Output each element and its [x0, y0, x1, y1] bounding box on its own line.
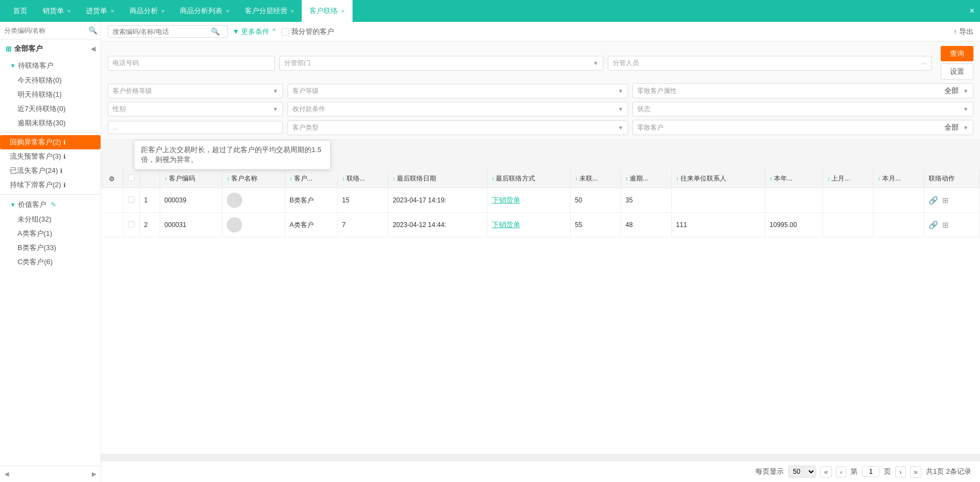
- col-gear[interactable]: ⚙: [101, 170, 123, 188]
- data-table-container[interactable]: ⚙ 客户编码 客户名称 客户... 联络... 最后联络日期 最后联络方式 未联…: [101, 170, 980, 454]
- col-type[interactable]: 客户...: [285, 170, 337, 188]
- col-last-method[interactable]: 最后联络方式: [487, 170, 570, 188]
- my-customer-checkbox[interactable]: [281, 28, 289, 36]
- avatar-2: [227, 217, 242, 233]
- more-conditions-btn[interactable]: ▼ 更多条件 ⌃: [232, 27, 277, 37]
- branch-dept-field[interactable]: 分管部门 ▼: [279, 56, 603, 71]
- last-page-btn[interactable]: »: [910, 466, 922, 478]
- collapse-icon[interactable]: ◀: [91, 45, 95, 53]
- payment-field[interactable]: 收付款条件 ▼: [287, 102, 629, 117]
- sidebar: 🔍 ⊞ 全部客户 ◀ ▼ 待联络客户 今天待联络(0) 明天待联络(1) 近7天…: [0, 22, 101, 482]
- sidebar-lost[interactable]: 已流失客户(24) ℹ: [0, 164, 101, 178]
- customer-price-field[interactable]: 客户价格等级 ▼: [108, 84, 283, 98]
- col-last-date[interactable]: 最后联络日期: [388, 170, 487, 188]
- sidebar-lost-pre[interactable]: 流失预警客户(3) ℹ: [0, 149, 101, 164]
- row1-checkbox[interactable]: [123, 188, 139, 213]
- row2-last-method[interactable]: 下销货单: [487, 213, 570, 237]
- sidebar-unclassified[interactable]: 未分组(32): [5, 212, 101, 227]
- next-page-btn[interactable]: ›: [895, 466, 905, 478]
- sidebar-overdue-pending[interactable]: 逾期未联络(30): [5, 116, 101, 130]
- retail-customer-value: 全部: [944, 123, 959, 132]
- row2-last-date: 2023-04-12 14:44:: [388, 213, 487, 237]
- sidebar-b-class[interactable]: B类客户(33): [5, 241, 101, 255]
- col-checkbox[interactable]: [123, 170, 139, 188]
- main-search-input[interactable]: [113, 28, 211, 36]
- gender-field[interactable]: 性别 ▼: [108, 102, 283, 117]
- table-row[interactable]: 1 000039 B类客户 15 2023-04-17 14:19: 下销货单 …: [101, 188, 980, 213]
- sidebar-search-input[interactable]: [4, 27, 86, 34]
- row2-contact-count: 7: [337, 213, 388, 237]
- nav-purchase[interactable]: 进货单 ×: [78, 0, 121, 22]
- nav-customer-contact[interactable]: 客户联络 ×: [302, 0, 352, 22]
- action-grid-icon-2[interactable]: ⊞: [942, 220, 949, 229]
- sidebar-a-class[interactable]: A类客户(1): [5, 227, 101, 241]
- nav-analysis[interactable]: 商品分析 ×: [122, 0, 172, 22]
- search-wrap: 🔍: [108, 25, 228, 38]
- main-search-icon[interactable]: 🔍: [211, 27, 220, 36]
- edit-icon[interactable]: ✎: [51, 201, 56, 208]
- value-customers-header[interactable]: ▼ 价值客户 ✎: [5, 197, 101, 212]
- tooltip-popup: 距客户上次交易时长，超过了此客户的平均交易周期的1.5倍，则视为异常。: [134, 140, 331, 170]
- nav-sales-close[interactable]: ×: [67, 8, 71, 14]
- status-field[interactable]: 状态 ▼: [632, 102, 973, 117]
- row4-dots-field[interactable]: ...: [108, 121, 283, 134]
- page-input[interactable]: [862, 466, 879, 477]
- customer-type-field[interactable]: 客户类型 ▼: [287, 120, 629, 135]
- nav-analysis-list[interactable]: 商品分析列表 ×: [172, 0, 237, 22]
- action-link-icon-1[interactable]: 🔗: [929, 196, 938, 205]
- nav-customer-tier[interactable]: 客户分层经营 ×: [237, 0, 302, 22]
- sidebar-7days-pending[interactable]: 近7天待联络(0): [5, 102, 101, 116]
- nav-analysis-list-close[interactable]: ×: [226, 8, 229, 14]
- sidebar-repurchase-abnormal[interactable]: 回购异常客户(2) ℹ: [0, 135, 101, 149]
- nav-home[interactable]: 首页: [5, 0, 35, 22]
- all-customers-header[interactable]: ⊞ 全部客户 ◀: [0, 39, 101, 58]
- col-contact-count[interactable]: 联络...: [337, 170, 388, 188]
- action-grid-icon-1[interactable]: ⊞: [942, 196, 949, 205]
- export-icon: ↑: [954, 27, 958, 36]
- sidebar-today-pending[interactable]: 今天待联络(0): [5, 73, 101, 88]
- row1-this-month: [873, 188, 924, 213]
- per-page-select[interactable]: 50 20 100: [788, 466, 816, 478]
- row2-name[interactable]: [222, 213, 285, 237]
- row2-checkbox[interactable]: [123, 213, 139, 237]
- nav-purchase-close[interactable]: ×: [110, 8, 114, 14]
- row1-name[interactable]: [222, 188, 285, 213]
- branch-person-field[interactable]: 分管人员 ···: [608, 56, 932, 71]
- export-label: 导出: [959, 27, 973, 37]
- nav-customer-contact-close[interactable]: ×: [341, 8, 344, 14]
- nav-analysis-close[interactable]: ×: [161, 8, 165, 14]
- table-row[interactable]: 2 000031 A类客户 7 2023-04-12 14:44: 下销货单 5…: [101, 213, 980, 237]
- my-customer-checkbox-wrap[interactable]: 我分管的客户: [281, 27, 334, 37]
- col-unpaid[interactable]: 未联...: [570, 170, 621, 188]
- col-overdue[interactable]: 逾期...: [621, 170, 672, 188]
- row1-last-method[interactable]: 下销货单: [487, 188, 570, 213]
- chevron-down-icon: ▼: [593, 60, 598, 66]
- pending-contact-header[interactable]: ▼ 待联络客户: [5, 58, 101, 73]
- export-btn[interactable]: ↑ 导出: [954, 27, 974, 37]
- col-code[interactable]: 客户编码: [160, 170, 222, 188]
- close-all-button[interactable]: ×: [970, 6, 975, 16]
- retail-attr-field[interactable]: 零散客户属性 全部 ▼: [632, 83, 973, 98]
- nav-customer-tier-close[interactable]: ×: [291, 8, 294, 14]
- first-page-btn[interactable]: «: [820, 466, 832, 478]
- sidebar-c-class[interactable]: C类客户(6): [5, 255, 101, 269]
- status-label: 状态: [637, 104, 650, 114]
- settings-button[interactable]: 设置: [941, 63, 973, 80]
- nav-customer-tier-label: 客户分层经营: [245, 6, 287, 16]
- query-button[interactable]: 查询: [941, 46, 973, 61]
- retail-customer-field[interactable]: 零散客户 全部 ▼: [632, 120, 973, 135]
- phone-field[interactable]: 电话号码: [108, 56, 275, 71]
- customer-level-field[interactable]: 客户等级 ▼: [287, 84, 629, 98]
- col-this-month[interactable]: 本月...: [873, 170, 924, 188]
- col-this-year[interactable]: 本年...: [765, 170, 823, 188]
- sidebar-tomorrow-pending[interactable]: 明天待联络(1): [5, 88, 101, 102]
- horizontal-scrollbar[interactable]: [101, 454, 980, 461]
- col-name[interactable]: 客户名称: [222, 170, 285, 188]
- prev-page-btn[interactable]: ‹: [836, 466, 846, 478]
- sidebar-declining[interactable]: 持续下滑客户(2) ℹ: [0, 178, 101, 192]
- sidebar-search-icon[interactable]: 🔍: [89, 26, 97, 34]
- nav-sales[interactable]: 销货单 ×: [35, 0, 78, 22]
- action-link-icon-2[interactable]: 🔗: [929, 220, 938, 229]
- col-company-contact[interactable]: 往来单位联系人: [671, 170, 765, 188]
- col-last-month[interactable]: 上月...: [823, 170, 873, 188]
